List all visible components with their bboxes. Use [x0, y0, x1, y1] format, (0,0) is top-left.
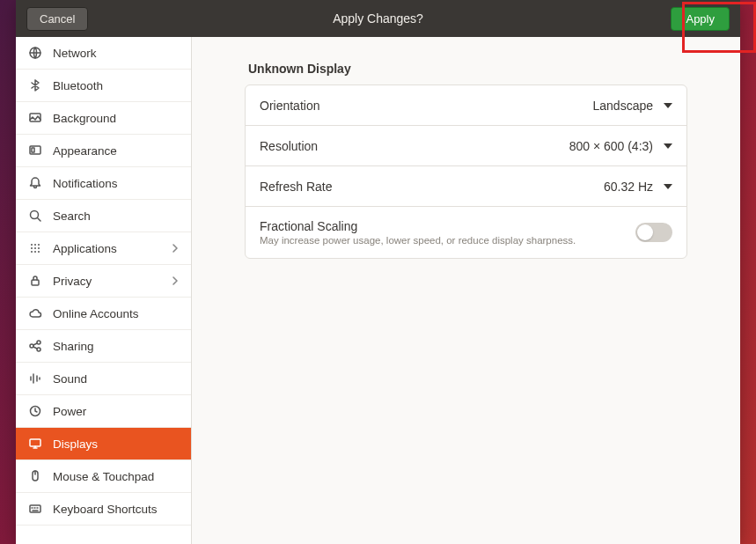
- sidebar-item-bluetooth[interactable]: Bluetooth: [16, 70, 191, 102]
- resolution-row[interactable]: Resolution 800 × 600 (4:3): [246, 126, 686, 166]
- window-header: Cancel Apply Changes? Apply: [16, 0, 740, 37]
- chevron-down-icon: [664, 103, 672, 108]
- apps-icon: [28, 241, 42, 255]
- settings-window: Cancel Apply Changes? Apply NetworkBluet…: [16, 0, 740, 544]
- window-body: NetworkBluetoothBackgroundAppearanceNoti…: [16, 37, 740, 544]
- svg-point-9: [34, 247, 36, 249]
- sound-icon: [28, 371, 42, 386]
- bluetooth-icon: [28, 78, 42, 92]
- sidebar: NetworkBluetoothBackgroundAppearanceNoti…: [16, 37, 192, 544]
- sidebar-item-label: Keyboard Shortcuts: [53, 503, 158, 516]
- cancel-button[interactable]: Cancel: [26, 7, 88, 31]
- sidebar-item-label: Power: [53, 405, 86, 418]
- sidebar-item-label: Appearance: [53, 144, 117, 158]
- svg-point-6: [34, 244, 36, 246]
- chevron-right-icon: [172, 243, 179, 254]
- sidebar-item-label: Privacy: [53, 275, 92, 288]
- fractional-scaling-row: Fractional Scaling May increase power us…: [246, 207, 686, 258]
- sidebar-item-applications[interactable]: Applications: [16, 232, 191, 265]
- sidebar-item-label: Displays: [53, 437, 98, 451]
- sidebar-item-label: Notifications: [53, 177, 118, 190]
- bell-icon: [28, 176, 42, 190]
- displays-icon: [28, 437, 42, 451]
- orientation-value: Landscape: [592, 99, 653, 113]
- sidebar-item-label: Background: [53, 112, 116, 125]
- search-icon: [28, 209, 42, 223]
- sidebar-item-label: Applications: [53, 242, 117, 255]
- fractional-scaling-label: Fractional Scaling: [260, 219, 576, 233]
- svg-point-11: [31, 251, 33, 253]
- svg-point-12: [34, 251, 36, 253]
- appearance-icon: [28, 143, 42, 158]
- orientation-label: Orientation: [260, 99, 319, 113]
- sidebar-item-privacy[interactable]: Privacy: [16, 265, 191, 298]
- sidebar-item-search[interactable]: Search: [16, 200, 191, 232]
- chevron-right-icon: [172, 276, 179, 286]
- svg-rect-3: [32, 148, 34, 152]
- apply-button[interactable]: Apply: [671, 7, 730, 31]
- svg-rect-19: [30, 439, 40, 446]
- sidebar-item-displays[interactable]: Displays: [16, 428, 191, 460]
- svg-point-8: [31, 247, 33, 249]
- refresh-rate-value: 60.32 Hz: [604, 180, 653, 194]
- mouse-icon: [28, 469, 42, 483]
- svg-rect-21: [30, 505, 40, 512]
- orientation-row[interactable]: Orientation Landscape: [246, 85, 686, 126]
- resolution-label: Resolution: [260, 139, 318, 153]
- background-icon: [28, 111, 42, 125]
- content-area: Unknown Display Orientation Landscape Re…: [192, 37, 740, 544]
- globe-icon: [28, 46, 42, 60]
- sidebar-item-label: Sound: [53, 372, 87, 386]
- power-icon: [28, 404, 42, 418]
- sidebar-item-notifications[interactable]: Notifications: [16, 167, 191, 200]
- sidebar-item-online-accounts[interactable]: Online Accounts: [16, 298, 191, 330]
- svg-point-10: [38, 247, 40, 249]
- fractional-scaling-toggle[interactable]: [635, 223, 672, 242]
- sidebar-item-sound[interactable]: Sound: [16, 363, 191, 395]
- sidebar-item-sharing[interactable]: Sharing: [16, 330, 191, 363]
- sidebar-item-network[interactable]: Network: [16, 37, 191, 70]
- sidebar-item-mouse-touchpad[interactable]: Mouse & Touchpad: [16, 460, 191, 493]
- switch-knob: [637, 224, 653, 240]
- refresh-rate-row[interactable]: Refresh Rate 60.32 Hz: [246, 166, 686, 207]
- refresh-rate-label: Refresh Rate: [260, 180, 332, 194]
- sidebar-item-appearance[interactable]: Appearance: [16, 135, 191, 167]
- cloud-icon: [28, 306, 42, 320]
- keyboard-icon: [28, 502, 42, 516]
- lock-icon: [28, 274, 42, 288]
- fractional-scaling-sublabel: May increase power usage, lower speed, o…: [260, 235, 576, 246]
- svg-rect-14: [32, 280, 39, 285]
- chevron-down-icon: [664, 143, 672, 149]
- display-settings-group: Orientation Landscape Resolution 800 × 6…: [245, 85, 687, 259]
- window-title: Apply Changes?: [333, 11, 423, 26]
- sidebar-item-label: Bluetooth: [53, 79, 103, 92]
- sidebar-item-power[interactable]: Power: [16, 395, 191, 428]
- svg-point-7: [38, 244, 40, 246]
- sidebar-item-label: Mouse & Touchpad: [53, 470, 154, 483]
- chevron-down-icon: [664, 184, 672, 189]
- sidebar-item-label: Sharing: [53, 340, 94, 353]
- sidebar-item-background[interactable]: Background: [16, 102, 191, 135]
- svg-point-5: [31, 244, 33, 246]
- svg-point-13: [38, 251, 40, 253]
- sidebar-item-label: Search: [53, 210, 91, 223]
- sidebar-item-label: Network: [53, 47, 97, 60]
- resolution-value: 800 × 600 (4:3): [569, 139, 653, 153]
- sidebar-item-keyboard-shortcuts[interactable]: Keyboard Shortcuts: [16, 493, 191, 526]
- section-title: Unknown Display: [245, 62, 687, 76]
- sidebar-item-label: Online Accounts: [53, 307, 139, 320]
- sharing-icon: [28, 339, 42, 353]
